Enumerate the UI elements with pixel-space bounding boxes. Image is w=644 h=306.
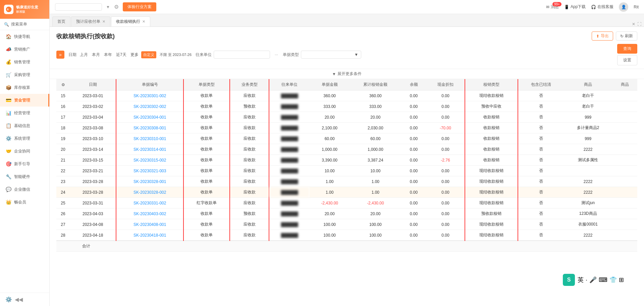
watermark-icon-5[interactable]: 👕	[609, 276, 617, 284]
td-include-settled: 否	[518, 144, 564, 155]
td-date: 2023-03-28	[70, 187, 116, 198]
sidebar-item-operations[interactable]: 📊 经营管理	[0, 107, 49, 119]
tab-writeoff[interactable]: 收款核销执行 ✕	[111, 16, 150, 26]
topbar-search-input[interactable]	[55, 3, 102, 11]
td-doc-no[interactable]: SK-20230328-001	[116, 176, 183, 187]
sidebar-item-basics[interactable]: 📋 基础信息	[0, 119, 49, 132]
th-amount[interactable]: 单据金额	[310, 79, 350, 90]
user-avatar[interactable]: 👤	[619, 2, 628, 12]
query-button[interactable]: 查询	[617, 44, 637, 54]
tab-close-all-icon[interactable]: ✕	[632, 22, 635, 26]
sidebar-item-system[interactable]: ⚙️ 系统管理	[0, 132, 49, 145]
doc-no-link[interactable]: SK-20230301-002	[133, 94, 166, 98]
doc-no-link[interactable]: SK-20230403-002	[133, 211, 166, 216]
td-doc-no[interactable]: SK-20230403-002	[116, 208, 183, 219]
td-doc-no[interactable]: SK-20230302-002	[116, 101, 183, 112]
watermark-icon-4[interactable]: ⌨	[599, 276, 607, 284]
doc-no-link[interactable]: SK-20230408-001	[133, 222, 166, 227]
filter-date-last-month[interactable]: 上月	[78, 51, 89, 58]
settings-icon[interactable]: ⚙️	[5, 296, 12, 303]
solution-button[interactable]: 体验行业方案	[123, 2, 156, 11]
th-product2[interactable]: 商品	[612, 79, 637, 90]
watermark-icon-2[interactable]: ·	[586, 277, 587, 284]
filter-date-custom-button[interactable]: 自定义	[141, 51, 156, 58]
topbar-online-service[interactable]: 🎧 在线客服	[591, 4, 613, 10]
filter-toggle-button[interactable]: »	[56, 51, 64, 59]
collapse-icon[interactable]: ◀◀	[15, 296, 23, 303]
th-cancel-type[interactable]: 核销类型	[465, 79, 518, 90]
td-doc-no[interactable]: SK-20230314-001	[116, 144, 183, 155]
td-doc-no[interactable]: SK-20230328-002	[116, 187, 183, 198]
table-header-row: ⚙ 日期 单据编号 单据类型 业务类型 往来单位 单据金额 累计核销金额 余额 …	[56, 79, 637, 90]
tab-prepay[interactable]: 预计应收付单 ✕	[71, 16, 110, 26]
th-include-settled[interactable]: 包含已结清	[518, 79, 564, 90]
td-amount: 1.00	[310, 187, 350, 198]
watermark-icon-6[interactable]: ⊞	[619, 276, 624, 284]
td-doc-no[interactable]: SK-20230331-002	[116, 198, 183, 208]
export-button[interactable]: ⬆ 导出	[592, 32, 613, 41]
th-doc-type[interactable]: 单据类型	[183, 79, 230, 90]
topbar-app-download[interactable]: 📱 App下载	[564, 4, 586, 10]
doc-no-link[interactable]: SK-20230331-002	[133, 201, 166, 205]
th-unit[interactable]: 往来单位	[269, 79, 310, 90]
topbar-gear-icon[interactable]: ⚙	[114, 4, 119, 10]
doc-no-link[interactable]: SK-20230418-001	[133, 233, 166, 238]
filter-doctype-select[interactable]: ▼	[301, 51, 361, 59]
filter-unit-input[interactable]	[214, 51, 270, 59]
sidebar-item-marketing[interactable]: 📣 营销推广	[0, 43, 49, 56]
doc-no-link[interactable]: SK-20230315-002	[133, 158, 166, 163]
th-doc-no[interactable]: 单据编号	[116, 79, 183, 90]
th-writeoff-amount[interactable]: 累计核销金额	[350, 79, 401, 90]
th-balance[interactable]: 余额	[401, 79, 426, 90]
sidebar-search[interactable]: 🔍 搜索菜单	[0, 19, 49, 30]
tab-prepay-close[interactable]: ✕	[102, 19, 105, 24]
sidebar-item-finance[interactable]: 💳 资金管理	[0, 94, 49, 107]
sidebar-item-hardware[interactable]: 🔧 智能硬件	[0, 170, 49, 183]
td-doc-no[interactable]: SK-20230304-001	[116, 112, 183, 123]
sidebar-item-member[interactable]: 👑 畅会员	[0, 196, 49, 208]
tab-expand-icon[interactable]: ⛶	[637, 22, 641, 26]
td-doc-no[interactable]: SK-20230408-001	[116, 219, 183, 230]
doc-no-link[interactable]: SK-20230314-001	[133, 147, 166, 152]
td-doc-no[interactable]: SK-20230315-002	[116, 155, 183, 166]
sidebar-item-enterprise[interactable]: 🤝 企业协同	[0, 145, 49, 158]
doc-no-link[interactable]: SK-20230304-001	[133, 115, 166, 120]
th-gear[interactable]: ⚙	[56, 79, 70, 90]
tab-writeoff-close[interactable]: ✕	[142, 19, 145, 24]
watermark-icon-1[interactable]: 英	[578, 276, 584, 284]
td-doc-no[interactable]: SK-20230301-002	[116, 90, 183, 101]
th-biz-type[interactable]: 业务类型	[230, 79, 269, 90]
sidebar-item-purchase[interactable]: 🛒 采购管理	[0, 68, 49, 81]
topbar-dropdown-icon[interactable]: ▼	[106, 5, 110, 9]
sidebar-item-wechat[interactable]: 💬 企业微信	[0, 183, 49, 196]
td-biz-type: 应收款	[230, 133, 269, 144]
topbar-message[interactable]: ✉ 消息 99+	[546, 4, 559, 10]
filter-date-7days[interactable]: 近7天	[115, 51, 128, 58]
td-doc-no[interactable]: SK-20230310-001	[116, 133, 183, 144]
doc-no-link[interactable]: SK-20230321-003	[133, 169, 166, 173]
td-doc-no[interactable]: SK-20230418-001	[116, 230, 183, 241]
sidebar-item-guide[interactable]: 🎯 新手引导	[0, 158, 49, 170]
doc-no-link[interactable]: SK-20230328-002	[133, 190, 166, 195]
td-product1: 2222	[564, 144, 612, 155]
doc-no-link[interactable]: SK-20230328-001	[133, 179, 166, 184]
td-doc-no[interactable]: SK-20230308-001	[116, 123, 183, 133]
filter-date-this-year[interactable]: 本年	[103, 51, 113, 58]
expand-more-button[interactable]: ▼ 展开更多条件	[332, 71, 362, 77]
td-doc-no[interactable]: SK-20230321-003	[116, 166, 183, 176]
sidebar-item-shortcut[interactable]: 🏠 快捷导航	[0, 30, 49, 43]
th-product1[interactable]: 商品	[564, 79, 612, 90]
setting-button[interactable]: 设置	[617, 55, 637, 65]
refresh-button[interactable]: ↻ 刷新	[616, 32, 637, 41]
tab-home[interactable]: 首页	[52, 16, 70, 26]
filter-date-more[interactable]: 更多	[129, 51, 140, 58]
sidebar-item-sales[interactable]: 💰 销售管理	[0, 56, 49, 68]
filter-date-this-month[interactable]: 本月	[91, 51, 101, 58]
doc-no-link[interactable]: SK-20230308-001	[133, 126, 166, 130]
sidebar-item-inventory[interactable]: 📦 库存核算	[0, 81, 49, 94]
th-date[interactable]: 日期	[70, 79, 116, 90]
watermark-icon-3[interactable]: 🎤	[589, 276, 597, 284]
th-cash-discount[interactable]: 现金折扣	[426, 79, 465, 90]
doc-no-link[interactable]: SK-20230302-002	[133, 104, 166, 109]
doc-no-link[interactable]: SK-20230310-001	[133, 136, 166, 141]
